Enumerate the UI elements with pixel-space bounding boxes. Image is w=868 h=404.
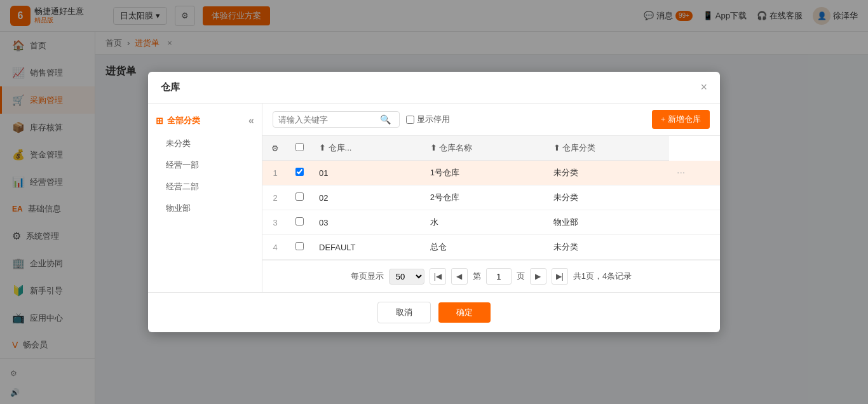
show-disabled-text: 显示停用 [417,114,450,125]
pagination: 每页显示 50 10 20 100 |◀ ◀ 第 页 ▶ ▶| 共1页，4条记录 [262,260,720,292]
table-row[interactable]: 3 03 水 物业部 [262,210,720,235]
select-all-checkbox[interactable] [295,143,304,151]
warehouse-category: 未分类 [546,161,669,185]
show-disabled-label[interactable]: 显示停用 [406,114,450,125]
table-panel: 🔍 显示停用 + 新增仓库 ⚙ [262,104,720,292]
row-checkbox-cell[interactable] [288,185,311,210]
warehouse-name: 1号仓库 [423,161,546,185]
show-disabled-checkbox[interactable] [406,116,414,124]
all-categories-label: 全部分类 [167,115,200,126]
code-column-header[interactable]: ⬆ 仓库... [311,136,423,161]
warehouse-code: 03 [311,210,423,235]
search-icon: 🔍 [380,114,391,125]
warehouse-category: 未分类 [546,235,669,260]
checkbox-column-header [288,136,311,161]
warehouse-code: DEFAULT [311,235,423,260]
row-number: 1 [262,161,288,185]
last-page-button[interactable]: ▶| [552,268,568,285]
warehouse-name: 总仓 [423,235,546,260]
row-number: 3 [262,210,288,235]
category-item-property[interactable]: 物业部 [148,198,262,219]
row-checkbox-cell[interactable] [288,235,311,260]
warehouse-name: 水 [423,210,546,235]
name-column-header[interactable]: ⬆ 仓库名称 [423,136,546,161]
category-header: ⊞ 全部分类 « [148,111,262,133]
warehouse-category: 未分类 [546,185,669,210]
row-checkbox-cell[interactable] [288,161,311,185]
category-item-dept1[interactable]: 经营一部 [148,154,262,176]
modal-header: 仓库 × [148,72,720,104]
data-table: ⚙ ⬆ 仓库... ⬆ 仓库名称 [262,136,720,260]
row-checkbox[interactable] [295,217,304,226]
category-item-unclassified[interactable]: 未分类 [148,133,262,154]
row-number: 2 [262,185,288,210]
row-checkbox[interactable] [295,192,304,201]
warehouse-code: 01 [311,161,423,185]
row-checkbox[interactable] [295,168,304,176]
warehouse-code: 02 [311,185,423,210]
row-checkbox-cell[interactable] [288,210,311,235]
table-toolbar: 🔍 显示停用 + 新增仓库 [262,104,720,136]
search-input[interactable] [278,115,380,125]
grid-icon: ⊞ [156,116,163,126]
page-size-select[interactable]: 50 10 20 100 [389,269,424,285]
modal-close-button[interactable]: × [700,81,707,94]
table-row[interactable]: 2 02 2号仓库 未分类 [262,185,720,210]
warehouse-name: 2号仓库 [423,185,546,210]
table-body: 1 01 1号仓库 未分类 ··· 2 02 2号仓库 未分类 3 03 水 物… [262,161,720,260]
modal-overlay[interactable]: 仓库 × ⊞ 全部分类 « 未分类 经营一部 经营二部 物业部 [0,0,868,404]
row-number: 4 [262,235,288,260]
settings-column-header: ⚙ [262,136,288,161]
warehouse-category: 物业部 [546,210,669,235]
row-checkbox[interactable] [295,242,304,250]
cancel-button[interactable]: 取消 [377,302,431,323]
collapse-button[interactable]: « [248,115,254,126]
modal-title: 仓库 [161,81,180,93]
category-column-header[interactable]: ⬆ 仓库分类 [546,136,669,161]
add-warehouse-button[interactable]: + 新增仓库 [652,110,710,129]
category-panel: ⊞ 全部分类 « 未分类 经营一部 经营二部 物业部 [148,104,262,292]
modal-body: ⊞ 全部分类 « 未分类 经营一部 经营二部 物业部 🔍 [148,104,720,292]
confirm-button[interactable]: 确定 [438,302,491,323]
warehouse-table: ⚙ ⬆ 仓库... ⬆ 仓库名称 [262,136,720,260]
total-info: 共1页，4条记录 [573,271,632,282]
first-page-button[interactable]: |◀ [430,268,446,285]
table-header: ⚙ ⬆ 仓库... ⬆ 仓库名称 [262,136,720,161]
modal-footer: 取消 确定 [148,292,720,332]
row-actions[interactable]: ··· [669,161,720,185]
page-label: 第 [473,271,481,282]
table-row[interactable]: 1 01 1号仓库 未分类 ··· [262,161,720,185]
page-size-label: 每页显示 [351,271,384,282]
next-page-button[interactable]: ▶ [530,268,546,285]
table-row[interactable]: 4 DEFAULT 总仓 未分类 [262,235,720,260]
category-item-dept2[interactable]: 经营二部 [148,176,262,198]
page-number-input[interactable] [486,268,512,285]
search-box: 🔍 [273,111,400,128]
page-unit: 页 [517,271,525,282]
warehouse-modal: 仓库 × ⊞ 全部分类 « 未分类 经营一部 经营二部 物业部 [148,72,720,332]
prev-page-button[interactable]: ◀ [451,268,468,285]
